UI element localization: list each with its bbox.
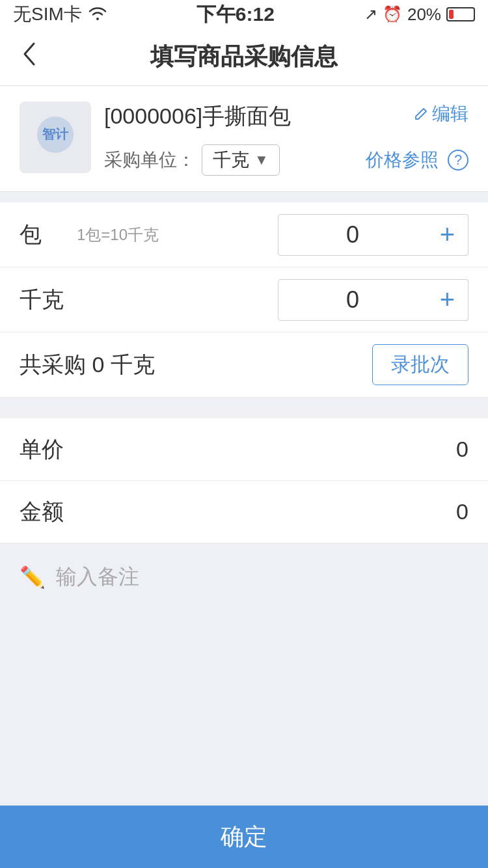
product-image: 智计 [20,102,91,173]
bao-label: 包 [20,220,72,250]
bao-input-row: 包 1包=10千克 + [0,202,488,267]
kg-label: 千克 [20,285,72,315]
price-section: 单价 0 金额 0 [0,418,488,543]
status-right: ↗ ⏰ 20% [364,5,475,25]
kg-plus-button[interactable]: + [427,279,468,321]
status-left: 无SIM卡 [13,2,107,27]
kg-input-right: + [278,279,468,321]
batch-button[interactable]: 录批次 [372,344,468,385]
status-time: 下午6:12 [197,1,275,28]
unit-price-value: 0 [456,437,468,462]
remark-placeholder: 输入备注 [56,563,139,591]
product-info: [0000006]手撕面包 编辑 采购单位： 千克 ▼ 价格 [104,102,468,176]
location-icon: ↗ [364,5,377,23]
section-divider-2 [0,398,488,408]
battery-pct: 20% [407,5,441,25]
amount-row: 金额 0 [0,481,488,543]
empty-space [0,611,488,806]
content-area: 智计 [0000006]手撕面包 编辑 采购单位： 千克 [0,86,488,806]
status-bar: 无SIM卡 下午6:12 ↗ ⏰ 20% [0,0,488,29]
help-icon: ? [448,150,468,170]
bao-sublabel: 1包=10千克 [77,224,159,245]
unit-label: 采购单位： [104,148,195,172]
product-header: [0000006]手撕面包 编辑 [104,102,468,131]
back-button[interactable] [20,40,38,74]
wifi-icon [88,4,107,25]
bao-plus-button[interactable]: + [427,214,468,256]
price-ref-button[interactable]: 价格参照 ? [366,148,468,172]
product-logo: 智计 [33,115,78,160]
amount-label: 金额 [20,497,64,527]
page-title: 填写商品采购信息 [150,41,338,73]
kg-input[interactable] [278,279,427,321]
nav-bar: 填写商品采购信息 [0,29,488,86]
confirm-button[interactable]: 确定 [0,806,488,868]
unit-value: 千克 [213,148,249,172]
remark-input-area[interactable]: ✏️ 输入备注 [20,563,468,591]
carrier-label: 无SIM卡 [13,2,82,27]
unit-select[interactable]: 千克 ▼ [202,144,280,176]
unit-row: 采购单位： 千克 ▼ 价格参照 ? [104,144,468,176]
unit-price-label: 单价 [20,435,64,465]
remark-section: ✏️ 输入备注 [0,543,488,611]
kg-input-row: 千克 + [0,267,488,332]
input-section: 包 1包=10千克 + 千克 + 共采购 0 千克 录批次 [0,202,488,398]
summary-text: 共采购 0 千克 [20,350,155,380]
unit-price-row: 单价 0 [0,418,488,481]
summary-row: 共采购 0 千克 录批次 [0,332,488,398]
dropdown-arrow-icon: ▼ [254,152,269,169]
edit-button[interactable]: 编辑 [414,102,468,126]
bao-input[interactable] [278,214,427,256]
battery-icon [446,7,475,21]
bao-input-right: + [278,214,468,256]
pencil-icon: ✏️ [20,565,46,590]
price-ref-label: 价格参照 [366,148,439,172]
edit-label: 编辑 [432,102,468,126]
product-card: 智计 [0000006]手撕面包 编辑 采购单位： 千克 [0,86,488,192]
svg-text:智计: 智计 [42,127,69,141]
alarm-icon: ⏰ [383,5,402,23]
section-divider-1 [0,192,488,202]
product-name: [0000006]手撕面包 [104,102,291,131]
amount-value: 0 [456,499,468,524]
